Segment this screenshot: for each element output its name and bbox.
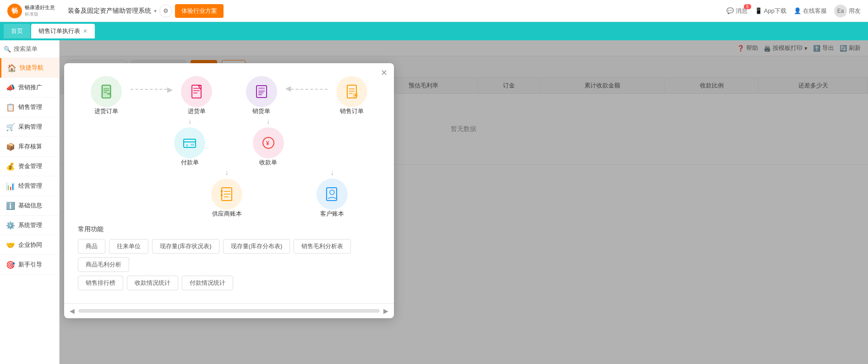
func-btn-goods[interactable]: 商品 bbox=[78, 239, 105, 254]
func-btn-stock-status[interactable]: 现存量(库存状况表) bbox=[152, 239, 219, 254]
tab-home-label: 首页 bbox=[11, 27, 23, 35]
guide-icon: 🎯 bbox=[6, 261, 15, 269]
settings-icon[interactable]: ⚙ bbox=[159, 5, 172, 17]
func-btn-partner[interactable]: 往来单位 bbox=[109, 239, 148, 254]
flow-item-receipt[interactable]: ¥ 收款单 bbox=[239, 127, 297, 167]
management-label: 经营管理 bbox=[18, 182, 42, 190]
sidebar: 🔍 搜索菜单 🏠 快捷导航 📣 营销推广 📋 销售管理 🛒 采购管理 📦 bbox=[0, 40, 60, 364]
arrow-sales-order-to-sales: ▶ bbox=[285, 85, 328, 94]
service-button[interactable]: 👤 在线客服 bbox=[794, 7, 827, 15]
customer-ledger-label: 客户账本 bbox=[320, 210, 344, 218]
flow-row-2: ¥ 付款单 ¥ 收款单 bbox=[82, 127, 376, 167]
management-icon: 📊 bbox=[6, 182, 15, 190]
func-btn-stock-dist[interactable]: 现存量(库存分布表) bbox=[223, 239, 290, 254]
sidebar-item-system[interactable]: ⚙️ 系统管理 bbox=[0, 216, 59, 235]
sidebar-item-management[interactable]: 📊 经营管理 bbox=[0, 176, 59, 196]
flow-item-sales-order[interactable]: 销售订单 bbox=[328, 76, 376, 115]
down-arrow-sales: ↓ bbox=[239, 117, 297, 125]
flow-diagram: 进货订单 ▶ 进 bbox=[64, 63, 394, 218]
download-icon: 📱 bbox=[755, 7, 762, 14]
empty2-3 bbox=[266, 168, 293, 177]
svg-text:¥: ¥ bbox=[266, 140, 269, 147]
purchase-icon[interactable] bbox=[181, 76, 212, 107]
sidebar-item-marketing[interactable]: 📣 营销推广 bbox=[0, 78, 59, 98]
supplier-ledger-icon[interactable] bbox=[211, 179, 242, 210]
sidebar-item-collab[interactable]: 🤝 企业协同 bbox=[0, 235, 59, 255]
arrow-purchase-order-to-purchase: ▶ bbox=[131, 85, 173, 94]
service-icon: 👤 bbox=[794, 7, 801, 14]
down-arrow-receipt: ↓ bbox=[293, 168, 371, 177]
tab-sales-order[interactable]: 销售订单执行表 ✕ bbox=[31, 24, 95, 38]
app-download-button[interactable]: 📱 App下载 bbox=[755, 7, 786, 15]
common-functions: 常用功能 商品 往来单位 现存量(库存状况表) 现存量(库存分布表) 销售毛利分… bbox=[64, 218, 394, 303]
payment-label: 付款单 bbox=[181, 158, 199, 167]
sidebar-item-guide[interactable]: 🎯 新手引导 bbox=[0, 255, 59, 275]
user-menu[interactable]: Ea 用友 bbox=[834, 5, 861, 17]
top-right-area: 💬 消息 6 📱 App下载 👤 在线客服 Ea 用友 bbox=[726, 5, 861, 17]
func-btn-sales-profit[interactable]: 销售毛利分析表 bbox=[294, 239, 351, 254]
system-dropdown-icon[interactable]: ▾ bbox=[154, 8, 157, 14]
scroll-left-btn[interactable]: ◀ bbox=[70, 307, 75, 315]
sales-icon-circle[interactable] bbox=[246, 76, 277, 107]
tab-bar: 首页 销售订单执行表 ✕ bbox=[0, 22, 868, 40]
receipt-label: 收款单 bbox=[259, 158, 277, 167]
trial-button[interactable]: 体验行业方案 bbox=[175, 4, 224, 18]
basic-icon: ℹ️ bbox=[6, 201, 15, 210]
inventory-icon: 📦 bbox=[6, 142, 15, 151]
sales-order-icon[interactable] bbox=[336, 76, 367, 107]
purchase-order-icon[interactable] bbox=[91, 76, 122, 107]
payment-icon[interactable]: ¥ bbox=[174, 127, 205, 158]
system-label: 系统管理 bbox=[18, 221, 42, 229]
func-btn-sales-rank[interactable]: 销售排行榜 bbox=[78, 276, 123, 290]
scroll-right-btn[interactable]: ▶ bbox=[383, 307, 388, 315]
search-icon: 🔍 bbox=[4, 46, 11, 53]
svg-rect-11 bbox=[258, 87, 265, 89]
func-btn-goods-profit[interactable]: 商品毛利分析 bbox=[78, 257, 129, 272]
tab-home[interactable]: 首页 bbox=[4, 24, 30, 38]
search-menu[interactable]: 🔍 搜索菜单 bbox=[0, 40, 59, 58]
receipt-icon[interactable]: ¥ bbox=[253, 127, 284, 158]
sidebar-item-inventory[interactable]: 📦 库存核算 bbox=[0, 137, 59, 157]
content-area: ❓ 帮助 🖨️ 按模板打印 ▾ ⬆️ 导出 🔄 刷新 bbox=[60, 40, 868, 364]
app-download-label: App下载 bbox=[764, 7, 786, 15]
down-arrows-row2: ↓ ↓ bbox=[82, 167, 376, 179]
empty2-2 bbox=[160, 168, 188, 177]
purchase-label: 采购管理 bbox=[18, 123, 42, 131]
flow-item-supplier-ledger[interactable]: 供应商账本 bbox=[188, 179, 266, 218]
flow-item-payment[interactable]: ¥ 付款单 bbox=[161, 127, 219, 167]
logo-sub: 标准版 bbox=[25, 11, 55, 17]
func-btn-payment-stats[interactable]: 付款情况统计 bbox=[182, 276, 233, 290]
tab-close-icon[interactable]: ✕ bbox=[83, 28, 87, 34]
sidebar-item-sales[interactable]: 📋 销售管理 bbox=[0, 98, 59, 117]
scroll-track[interactable] bbox=[78, 309, 380, 313]
message-button[interactable]: 💬 消息 6 bbox=[726, 7, 748, 15]
purchase-label: 进货单 bbox=[188, 107, 206, 115]
marketing-icon: 📣 bbox=[6, 83, 15, 92]
user-label: 用友 bbox=[849, 7, 861, 15]
empty-down-4 bbox=[297, 117, 318, 125]
svg-rect-25 bbox=[191, 144, 194, 146]
down-arrow-purchase: ↓ bbox=[161, 117, 219, 125]
sidebar-item-finance[interactable]: 💰 资金管理 bbox=[0, 157, 59, 176]
quick-guide-modal: ✕ 进货订单 bbox=[64, 63, 394, 318]
sales-label: 销售管理 bbox=[18, 103, 42, 111]
flow-item-customer-ledger[interactable]: 客户账本 bbox=[293, 179, 371, 218]
svg-rect-10 bbox=[257, 86, 267, 98]
empty-down-5 bbox=[318, 117, 376, 125]
customer-ledger-icon[interactable] bbox=[317, 179, 348, 210]
sidebar-item-purchase[interactable]: 🛒 采购管理 bbox=[0, 117, 59, 137]
down-arrow-payment: ↓ bbox=[188, 168, 266, 177]
sidebar-item-quicknav[interactable]: 🏠 快捷导航 bbox=[0, 58, 59, 78]
modal-close-icon[interactable]: ✕ bbox=[381, 68, 388, 78]
flow-item-sales[interactable]: 销货单 bbox=[237, 76, 285, 115]
func-btn-receipt-stats[interactable]: 收款情况统计 bbox=[127, 276, 178, 290]
sidebar-item-basic[interactable]: ℹ️ 基础信息 bbox=[0, 196, 59, 216]
flow-item-purchase-order[interactable]: 进货订单 bbox=[82, 76, 131, 115]
message-icon: 💬 bbox=[726, 7, 734, 14]
service-label: 在线客服 bbox=[803, 7, 827, 15]
flow-item-purchase[interactable]: 进货单 bbox=[173, 76, 221, 115]
modal-overlay[interactable]: ✕ 进货订单 bbox=[60, 40, 868, 364]
guide-label: 新手引导 bbox=[18, 261, 42, 269]
empty-down-1 bbox=[82, 117, 141, 125]
tab-sales-order-label: 销售订单执行表 bbox=[38, 27, 80, 35]
